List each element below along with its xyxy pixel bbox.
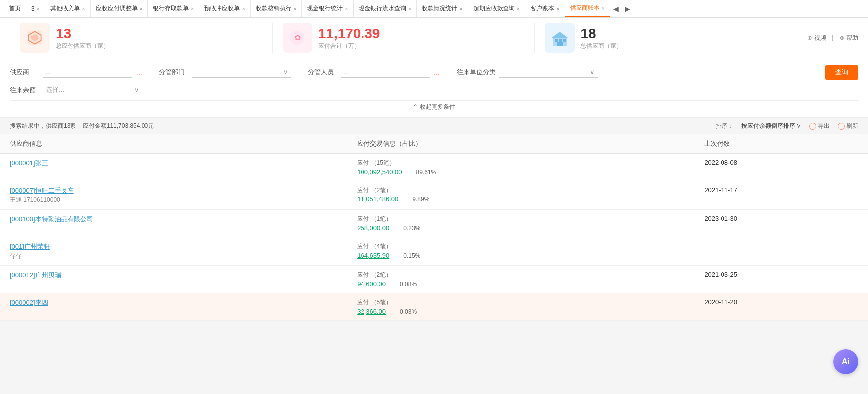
supplier-link-3[interactable]: [001]广州荣轩 xyxy=(10,243,50,250)
search-button[interactable]: 查询 xyxy=(825,65,858,80)
table-row: [001]广州荣轩仔仔应付 （4笔）164,635.900.15% xyxy=(0,237,868,266)
filter-supplier-input[interactable] xyxy=(43,67,132,78)
tx-amount-4[interactable]: 94,600.00 xyxy=(357,280,386,288)
supplier-link-4[interactable]: [000012]广州贝瑞 xyxy=(10,271,61,279)
result-summary: 搜索结果中，供应商13家 应付金额111,703,854.00元 xyxy=(10,122,154,130)
th-supplier-info: 供应商信息 xyxy=(0,134,347,154)
filter-supplier-dots[interactable]: ... xyxy=(136,68,142,76)
collapse-filter-btn[interactable]: ⌃ 收起更多条件 xyxy=(10,100,858,113)
svg-text:✿: ✿ xyxy=(294,33,300,42)
refresh-button[interactable]: 刷新 xyxy=(838,122,858,130)
sort-label: 排序： xyxy=(716,122,733,130)
nav-tab-payment-stat-close[interactable]: × xyxy=(459,6,462,12)
filter-supplier: 供应商 ... xyxy=(10,67,149,78)
sort-select[interactable]: 按应付余额倒序排序 ∨ xyxy=(741,122,801,130)
nav-tab-payment-stat[interactable]: 收款情况统计 × xyxy=(417,0,468,17)
svg-marker-10 xyxy=(552,32,568,38)
nav-tab-3[interactable]: 3 × xyxy=(26,0,45,17)
nav-tab-other-income[interactable]: 其他收入单 × xyxy=(45,0,90,17)
payable-suppliers-text: 13 总应付供应商（家） xyxy=(56,25,109,51)
nav-tab-bank-label: 银行存取款单 xyxy=(153,4,189,13)
summary-bar: 13 总应付供应商（家） ✿ 11,170.39 应付合计（万） xyxy=(0,18,868,58)
nav-tab-cash-stat[interactable]: 现金银行统计 × xyxy=(302,0,353,17)
nav-tab-cash-flow[interactable]: 现金银行流水查询 × xyxy=(354,0,417,17)
refresh-icon xyxy=(838,123,845,130)
nav-tab-cash-flow-close[interactable]: × xyxy=(408,6,411,12)
nav-tab-customer-book-close[interactable]: × xyxy=(556,6,559,12)
tx-label-5: 应付 （5笔） xyxy=(357,298,684,307)
filter-balance-label: 往来余额 xyxy=(10,86,40,95)
supplier-link-0[interactable]: [000001]张三 xyxy=(10,159,48,167)
nav-tab-pre-receive[interactable]: 预收冲应收单 × xyxy=(199,0,250,17)
nav-tab-supplier-book-close[interactable]: × xyxy=(602,5,605,11)
filter-dept-select[interactable]: ∨ xyxy=(192,67,291,78)
nav-tab-3-label: 3 xyxy=(31,5,35,12)
nav-tab-verify-close[interactable]: × xyxy=(293,6,296,12)
tx-cell-5: 应付 （5笔）32,366.000.03% xyxy=(347,293,694,321)
filter-category: 往来单位分类 ∨ xyxy=(457,67,598,78)
payable-amount-icon: ✿ xyxy=(283,23,312,53)
th-tx-info: 应付交易信息（占比） xyxy=(347,134,694,154)
nav-tab-overdue[interactable]: 超期应收款查询 × xyxy=(468,0,525,17)
nav-tab-customer-book-label: 客户账本 xyxy=(530,4,554,13)
supplier-link-1[interactable]: [000007]恒旺二手叉车 xyxy=(10,187,74,194)
supplier-subinfo-3: 仔仔 xyxy=(10,252,337,261)
tx-amount-2[interactable]: 258,000.00 xyxy=(357,224,389,232)
last-payment-cell-5: 2020-11-20 xyxy=(694,293,868,321)
tx-label-1: 应付 （2笔） xyxy=(357,186,684,195)
tx-amount-3[interactable]: 164,635.90 xyxy=(357,252,389,259)
refresh-label: 刷新 xyxy=(846,122,858,130)
nav-tab-adjustment-label: 应收应付调整单 xyxy=(96,4,138,13)
tx-amount-5[interactable]: 32,366.00 xyxy=(357,308,386,315)
video-link[interactable]: ⊙ 视频 xyxy=(807,34,826,42)
nav-tab-customer-book[interactable]: 客户账本 × xyxy=(525,0,565,17)
nav-arrow-left[interactable]: ◀ xyxy=(610,5,622,13)
supplier-link-5[interactable]: [000002]李四 xyxy=(10,299,48,306)
data-table-container: 供应商信息 应付交易信息（占比） 上次付数 [000001]张三应付 （15笔）… xyxy=(0,134,868,321)
nav-tab-other-income-close[interactable]: × xyxy=(82,6,85,12)
svg-rect-9 xyxy=(557,42,563,46)
total-suppliers-label: 总供应商（家） xyxy=(580,42,622,50)
supplier-table: 供应商信息 应付交易信息（占比） 上次付数 [000001]张三应付 （15笔）… xyxy=(0,134,868,321)
nav-tab-pre-receive-close[interactable]: × xyxy=(242,6,245,12)
tx-percent-5: 0.03% xyxy=(400,308,417,315)
nav-tab-cash-stat-close[interactable]: × xyxy=(345,6,348,12)
nav-tab-overdue-close[interactable]: × xyxy=(517,6,520,12)
filter-person: 分管人员 ... xyxy=(308,67,447,78)
tx-cell-2: 应付 （1笔）258,000.000.23% xyxy=(347,210,694,237)
nav-tab-pre-receive-label: 预收冲应收单 xyxy=(204,4,240,13)
filter-person-dots[interactable]: ... xyxy=(434,68,440,76)
nav-tab-bank-close[interactable]: × xyxy=(191,6,194,12)
supplier-link-2[interactable]: [000100]本特勤油品有限公司 xyxy=(10,215,93,223)
filter-category-select[interactable]: ∨ xyxy=(499,67,598,78)
tx-label-3: 应付 （4笔） xyxy=(357,242,684,251)
separator: | xyxy=(832,34,834,41)
filter-category-label: 往来单位分类 xyxy=(457,68,496,77)
filter-balance-select[interactable]: 选择... ∨ xyxy=(43,84,142,96)
export-button[interactable]: 导出 xyxy=(809,122,830,130)
nav-tab-home[interactable]: 首页 xyxy=(4,0,26,17)
filter-person-input[interactable] xyxy=(341,67,430,78)
table-row: [000007]恒旺二手叉车王通 17106110000应付 （2笔）11,05… xyxy=(0,181,868,210)
nav-tab-3-close[interactable]: × xyxy=(37,6,40,12)
nav-tab-adjustment-close[interactable]: × xyxy=(140,6,143,12)
chevron-down-icon-3: ∨ xyxy=(134,86,139,94)
nav-tab-supplier-book[interactable]: 供应商账本 × xyxy=(565,0,610,17)
tx-amount-1[interactable]: 11,051,486.00 xyxy=(357,196,398,203)
nav-tab-verify[interactable]: 收款核销执行 × xyxy=(251,0,302,17)
total-suppliers-text: 18 总供应商（家） xyxy=(580,25,622,51)
tx-row-5: 32,366.000.03% xyxy=(357,308,684,315)
tx-amount-0[interactable]: 100,092,540.00 xyxy=(357,168,402,176)
nav-arrow-right[interactable]: ▶ xyxy=(622,5,633,13)
nav-tab-other-income-label: 其他收入单 xyxy=(50,4,80,13)
nav-tab-bank[interactable]: 银行存取款单 × xyxy=(148,0,199,17)
nav-tab-adjustment[interactable]: 应收应付调整单 × xyxy=(91,0,148,17)
total-suppliers-number: 18 xyxy=(580,25,622,42)
filter-row-2: 往来余额 选择... ∨ xyxy=(10,84,858,96)
svg-rect-6 xyxy=(555,39,558,42)
filter-person-label: 分管人员 xyxy=(308,68,338,77)
tx-cell-0: 应付 （15笔）100,092,540.0089.61% xyxy=(347,154,694,181)
help-link[interactable]: ⊙ 帮助 xyxy=(840,34,858,42)
tx-row-3: 164,635.900.15% xyxy=(357,252,684,259)
supplier-cell-1: [000007]恒旺二手叉车王通 17106110000 xyxy=(0,181,347,210)
